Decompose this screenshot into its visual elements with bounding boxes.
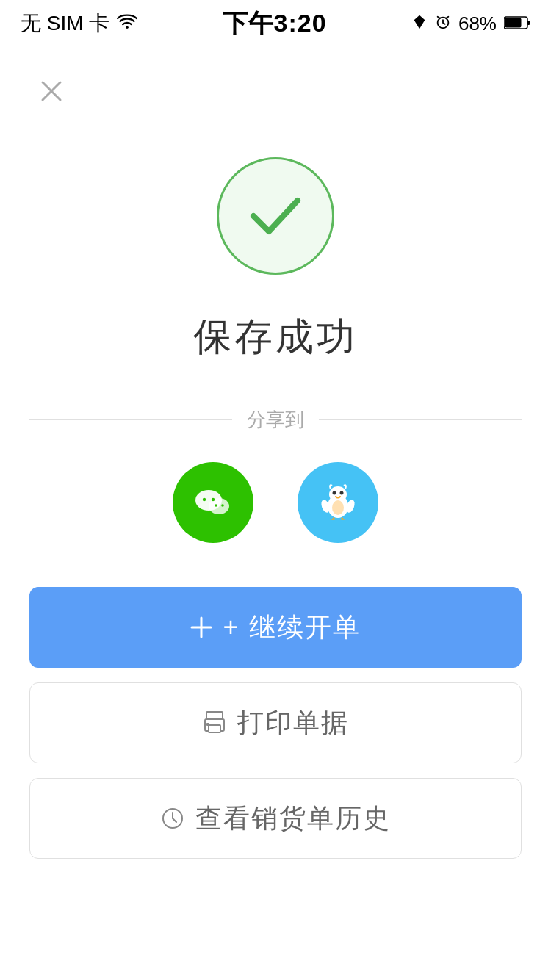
print-label: 打印单据 xyxy=(237,705,349,741)
svg-point-10 xyxy=(212,498,215,501)
alarm-icon xyxy=(435,12,451,35)
svg-point-9 xyxy=(203,498,206,501)
share-section: 分享到 xyxy=(0,407,551,543)
qq-share-button[interactable] xyxy=(298,462,378,543)
status-time: 下午3:20 xyxy=(223,7,327,40)
battery-text: 68% xyxy=(458,12,497,35)
wifi-icon xyxy=(117,11,137,37)
svg-point-14 xyxy=(329,486,347,502)
success-title: 保存成功 xyxy=(193,311,358,363)
svg-rect-4 xyxy=(505,18,521,27)
continue-label: + 继续开单 xyxy=(223,610,360,646)
status-left: 无 SIM 卡 xyxy=(21,10,137,37)
svg-point-12 xyxy=(221,504,224,507)
svg-point-17 xyxy=(332,500,344,515)
history-button[interactable]: 查看销货单历史 xyxy=(29,778,522,859)
divider-left xyxy=(29,419,232,420)
share-icons xyxy=(29,462,522,543)
share-divider: 分享到 xyxy=(29,407,522,433)
close-area xyxy=(0,47,551,113)
wechat-share-button[interactable] xyxy=(173,462,253,543)
svg-point-8 xyxy=(209,498,229,514)
svg-point-11 xyxy=(215,504,217,507)
close-button[interactable] xyxy=(29,69,73,113)
actions-section: + 继续开单 打印单据 查看销货单历史 xyxy=(0,543,551,859)
battery-icon xyxy=(504,12,530,35)
status-bar: 无 SIM 卡 下午3:20 68% xyxy=(0,0,551,47)
svg-rect-25 xyxy=(206,723,209,726)
location-icon xyxy=(411,12,428,35)
svg-rect-3 xyxy=(527,21,530,25)
svg-point-0 xyxy=(126,26,129,29)
share-label: 分享到 xyxy=(247,407,304,433)
status-right: 68% xyxy=(411,12,530,35)
print-button[interactable]: 打印单据 xyxy=(29,682,522,763)
success-icon-circle xyxy=(217,157,334,275)
svg-rect-22 xyxy=(206,712,223,719)
svg-point-16 xyxy=(340,491,344,495)
success-section: 保存成功 xyxy=(0,113,551,400)
svg-rect-24 xyxy=(209,725,220,732)
carrier-text: 无 SIM 卡 xyxy=(21,10,109,37)
divider-right xyxy=(319,419,522,420)
continue-button[interactable]: + 继续开单 xyxy=(29,587,522,668)
history-label: 查看销货单历史 xyxy=(195,801,391,837)
svg-point-15 xyxy=(333,491,336,495)
